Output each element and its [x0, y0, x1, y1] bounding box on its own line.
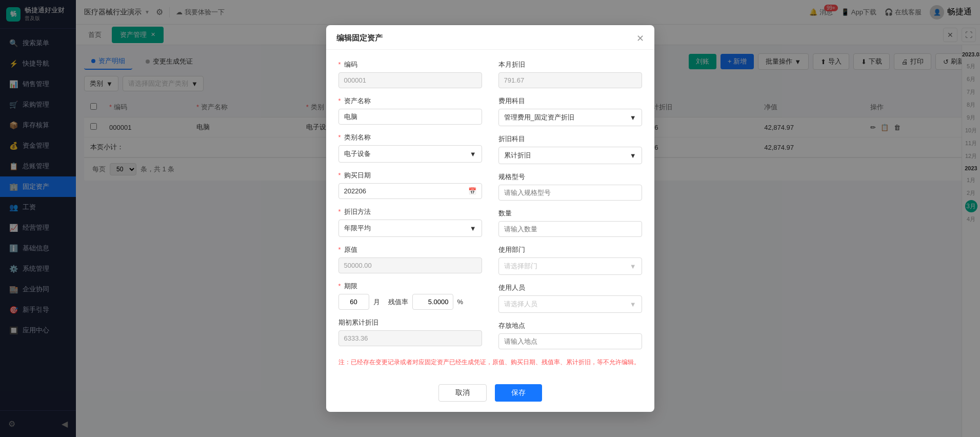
category-chevron-icon: ▼: [470, 150, 476, 158]
modal-body: * 编码 * 资产名称 *: [326, 50, 654, 378]
form-dep-method: * 折旧方法 年限平均 ▼: [338, 207, 482, 237]
initial-accumulated-label: 期初累计折旧: [338, 318, 482, 327]
dep-method-value: 年限平均: [344, 224, 371, 233]
form-department: 使用部门 请选择部门 ▼: [498, 245, 642, 275]
form-spec-model: 规格型号: [498, 172, 642, 201]
form-monthly-dep: 本月折旧: [498, 60, 642, 88]
quantity-input[interactable]: [498, 221, 642, 237]
form-expense-subject: 费用科目 管理费用_固定资产折旧 ▼: [498, 96, 642, 126]
category-value: 电子设备: [344, 149, 371, 158]
form-right: 本月折旧 费用科目 管理费用_固定资产折旧 ▼: [498, 60, 642, 349]
modal-note: 注：已经存在变更记录或者对应固定资产已经生成凭证，原值、购买日期、残值率、累计折…: [338, 357, 642, 367]
dep-method-select[interactable]: 年限平均 ▼: [338, 220, 482, 237]
code-label: * 编码: [338, 60, 482, 69]
rate-unit: %: [457, 298, 464, 306]
cancel-button[interactable]: 取消: [438, 384, 487, 402]
department-label: 使用部门: [498, 245, 642, 254]
edit-asset-modal: 编辑固定资产 ✕ * 编码 * 资产: [326, 25, 654, 411]
dep-method-chevron-icon: ▼: [470, 225, 476, 232]
person-chevron-icon: ▼: [630, 301, 636, 308]
dep-subject-select[interactable]: 累计折旧 ▼: [498, 147, 642, 164]
residual-rate-label: 残值率: [388, 297, 408, 307]
calendar-icon: 📅: [468, 187, 476, 195]
expense-subject-chevron-icon: ▼: [630, 114, 636, 122]
form-code: * 编码: [338, 60, 482, 88]
purchase-date-value: 202206: [344, 187, 366, 195]
dep-subject-chevron-icon: ▼: [630, 152, 636, 160]
purchase-date-label: * 购买日期: [338, 171, 482, 180]
save-button[interactable]: 保存: [495, 384, 542, 402]
form-dep-subject: 折旧科目 累计折旧 ▼: [498, 134, 642, 164]
form-initial-accumulated: 期初累计折旧: [338, 318, 482, 346]
category-select[interactable]: 电子设备 ▼: [338, 145, 482, 163]
original-value-label: * 原值: [338, 245, 482, 254]
period-input[interactable]: [338, 294, 369, 310]
purchase-date-input[interactable]: 202206 📅: [338, 183, 482, 199]
expense-subject-label: 费用科目: [498, 96, 642, 106]
dep-method-label: * 折旧方法: [338, 207, 482, 216]
expense-subject-value: 管理费用_固定资产折旧: [504, 113, 574, 122]
department-chevron-icon: ▼: [630, 263, 636, 270]
monthly-dep-input: [498, 72, 642, 88]
form-person: 使用人员 请选择人员 ▼: [498, 283, 642, 313]
expense-subject-select[interactable]: 管理费用_固定资产折旧 ▼: [498, 109, 642, 126]
period-row: 月 残值率 %: [338, 294, 482, 310]
asset-name-label: * 资产名称: [338, 96, 482, 106]
dep-subject-value: 累计折旧: [504, 151, 531, 160]
monthly-dep-label: 本月折旧: [498, 60, 642, 69]
form-quantity: 数量: [498, 209, 642, 237]
location-label: 存放地点: [498, 321, 642, 330]
form-asset-name: * 资产名称: [338, 96, 482, 125]
quantity-label: 数量: [498, 209, 642, 218]
code-input[interactable]: [338, 72, 482, 88]
form-category: * 类别名称 电子设备 ▼: [338, 133, 482, 163]
initial-accumulated-input[interactable]: [338, 330, 482, 346]
category-label: * 类别名称: [338, 133, 482, 142]
original-value-input[interactable]: [338, 257, 482, 273]
form-location: 存放地点: [498, 321, 642, 349]
spec-model-label: 规格型号: [498, 172, 642, 182]
dep-subject-label: 折旧科目: [498, 134, 642, 144]
modal-header: 编辑固定资产 ✕: [326, 25, 654, 50]
person-label: 使用人员: [498, 283, 642, 292]
department-placeholder: 请选择部门: [504, 262, 537, 271]
modal-grid: * 编码 * 资产名称 *: [338, 60, 642, 349]
form-left: * 编码 * 资产名称 *: [338, 60, 482, 349]
location-input[interactable]: [498, 333, 642, 349]
spec-model-input[interactable]: [498, 185, 642, 201]
asset-name-input[interactable]: [338, 109, 482, 125]
modal-footer: 取消 保存: [326, 378, 654, 412]
form-purchase-date: * 购买日期 202206 📅: [338, 171, 482, 199]
form-original-value: * 原值: [338, 245, 482, 273]
residual-rate-input[interactable]: [412, 294, 453, 310]
person-placeholder: 请选择人员: [504, 300, 537, 309]
period-label: * 期限: [338, 282, 482, 291]
modal-close-btn[interactable]: ✕: [636, 34, 644, 43]
modal-title: 编辑固定资产: [336, 33, 383, 43]
modal-overlay: 编辑固定资产 ✕ * 编码 * 资产: [0, 0, 980, 437]
form-period: * 期限 月 残值率 %: [338, 282, 482, 310]
period-unit: 月: [373, 297, 380, 307]
person-select[interactable]: 请选择人员 ▼: [498, 295, 642, 313]
department-select[interactable]: 请选择部门 ▼: [498, 257, 642, 275]
